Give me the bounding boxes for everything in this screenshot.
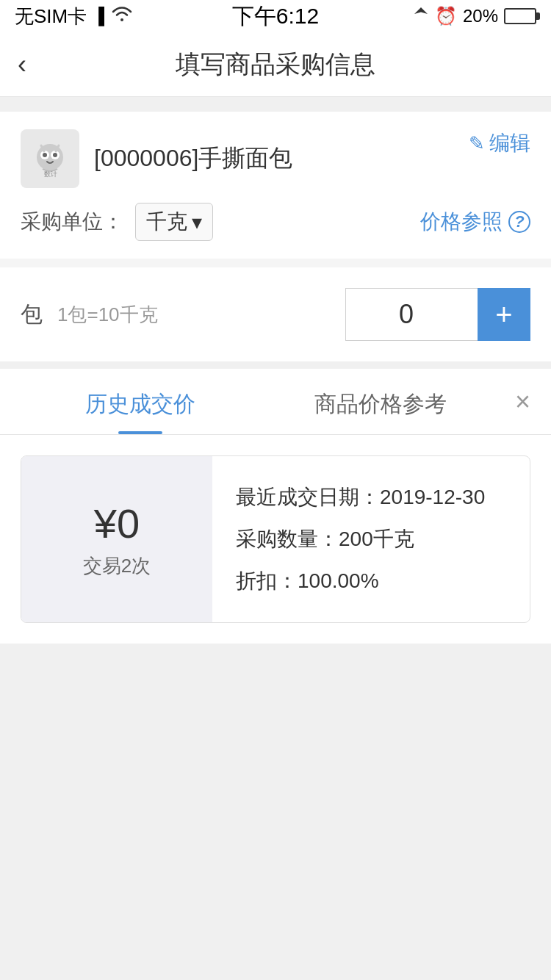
status-left: 无SIM卡 ▐: [15, 4, 133, 29]
package-conversion: 1包=10千克: [57, 302, 331, 328]
status-right: ⏰ 20%: [413, 6, 536, 26]
nav-bar: ‹ 填写商品采购信息: [0, 32, 551, 97]
product-name: [0000006]手撕面包: [94, 143, 292, 175]
battery-icon: [504, 8, 536, 24]
tab-history-price[interactable]: 历史成交价: [21, 369, 260, 434]
location-icon: [413, 6, 429, 26]
unit-label-group: 采购单位： 千克 ▾: [21, 203, 213, 241]
quantity-row: 包 1包=10千克 +: [0, 267, 551, 361]
product-header: 数计 [0000006]手撕面包 ✎ 编辑: [21, 129, 530, 188]
signal-icon: ▐: [93, 7, 105, 26]
price-ref-button[interactable]: 价格参照 ?: [420, 208, 530, 236]
svg-text:数计: 数计: [44, 170, 57, 178]
price-card: ¥0 交易2次 最近成交日期：2019-12-30 采购数量：200千克 折扣：…: [21, 455, 530, 623]
package-label: 包: [21, 300, 43, 330]
price-amount: ¥0: [94, 500, 140, 547]
quantity-row-detail: 采购数量：200千克: [236, 525, 506, 553]
alarm-icon: ⏰: [435, 6, 457, 26]
unit-label: 采购单位：: [21, 210, 123, 233]
tabs-section: 历史成交价 商品价格参考 × ¥0 交易2次 最近成交日期：2019-12-30: [0, 369, 551, 644]
product-logo: 数计: [21, 129, 79, 188]
edit-button[interactable]: ✎ 编辑: [469, 129, 530, 157]
wifi-icon: [111, 5, 133, 27]
dropdown-arrow-icon: ▾: [192, 210, 202, 234]
info-icon: ?: [508, 211, 530, 233]
unit-select[interactable]: 千克 ▾: [135, 203, 213, 241]
discount-row: 折扣：100.00%: [236, 566, 506, 595]
battery-percent: 20%: [463, 6, 498, 26]
tab-close-button[interactable]: ×: [500, 372, 530, 432]
card-container: ¥0 交易2次 最近成交日期：2019-12-30 采购数量：200千克 折扣：…: [0, 435, 551, 644]
product-left: 数计 [0000006]手撕面包: [21, 129, 292, 188]
page-title: 填写商品采购信息: [176, 48, 375, 82]
main-content: 历史成交价 商品价格参考 × ¥0 交易2次 最近成交日期：2019-12-30: [0, 369, 551, 883]
svg-point-3: [43, 153, 47, 157]
date-row: 最近成交日期：2019-12-30: [236, 483, 506, 511]
carrier-text: 无SIM卡: [15, 4, 87, 29]
quantity-plus-button[interactable]: +: [478, 288, 530, 341]
product-section: 数计 [0000006]手撕面包 ✎ 编辑 采购单位： 千克 ▾ 价格参照 ?: [0, 112, 551, 259]
quantity-input[interactable]: [345, 288, 478, 341]
price-right-panel: 最近成交日期：2019-12-30 采购数量：200千克 折扣：100.00%: [212, 456, 530, 622]
section-divider: [0, 259, 551, 267]
product-unit-row: 采购单位： 千克 ▾ 价格参照 ?: [21, 203, 530, 241]
tab-price-reference[interactable]: 商品价格参考: [260, 369, 500, 434]
svg-point-4: [53, 153, 57, 157]
price-transactions: 交易2次: [83, 553, 151, 579]
status-time: 下午6:12: [232, 1, 319, 32]
edit-icon: ✎: [469, 132, 485, 155]
tabs-header: 历史成交价 商品价格参考 ×: [0, 369, 551, 435]
price-left-panel: ¥0 交易2次: [21, 456, 212, 622]
back-button[interactable]: ‹: [18, 49, 26, 80]
svg-point-0: [37, 144, 63, 170]
quantity-control: +: [345, 288, 530, 341]
status-bar: 无SIM卡 ▐ 下午6:12 ⏰ 20%: [0, 0, 551, 32]
